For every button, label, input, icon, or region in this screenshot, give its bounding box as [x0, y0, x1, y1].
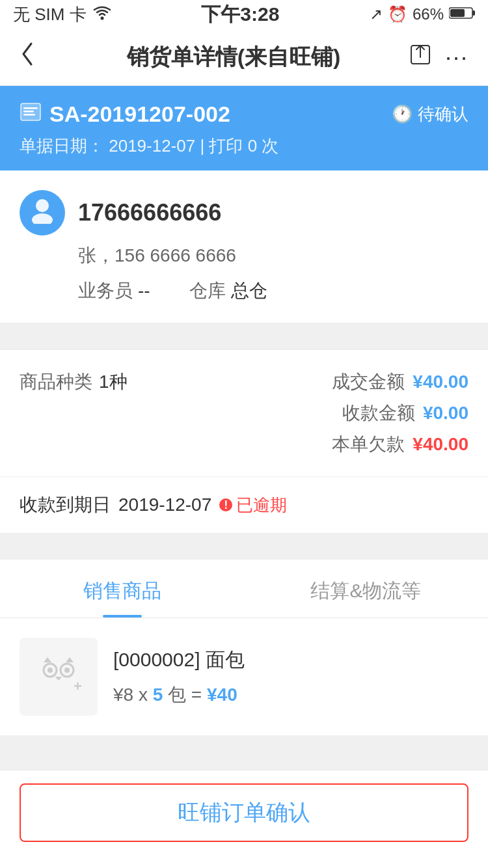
status-right: ↗ ⏰ 66% — [370, 5, 475, 23]
svg-rect-3 — [450, 9, 465, 17]
summary-card: 商品种类 1种 成交金额 ¥40.00 收款金额 ¥0.00 本单欠款 ¥40.… — [0, 349, 488, 477]
status-time: 下午3:28 — [201, 1, 279, 28]
due-date-card: 收款到期日 2019-12-07 ! 已逾期 — [0, 477, 488, 534]
order-status: 🕐 待确认 — [392, 103, 468, 126]
status-left: 无 SIM 卡 — [13, 3, 111, 26]
amount-label: 成交金额 — [332, 370, 405, 394]
salesperson-label: 业务员 — [78, 278, 133, 303]
alarm-icon: ⏰ — [388, 5, 407, 23]
received-label: 收款金额 — [342, 401, 415, 426]
salesperson-value: -- — [138, 280, 150, 301]
received-row: 收款金额 ¥0.00 — [342, 401, 468, 426]
svg-rect-8 — [23, 114, 35, 116]
total-highlight: ¥40 — [207, 685, 237, 705]
product-info: [0000002] 面包 ¥8 x 5 包 = ¥40 — [113, 647, 468, 707]
product-list: + [0000002] 面包 ¥8 x 5 包 = ¥40 — [0, 618, 488, 736]
svg-rect-7 — [23, 111, 34, 113]
page-title: 销货单详情(来自旺铺) — [59, 42, 409, 72]
avatar-icon — [28, 195, 57, 230]
svg-point-14 — [47, 668, 53, 673]
due-date-label: 收款到期日 — [20, 493, 111, 517]
tab-products-label: 销售商品 — [83, 580, 161, 601]
summary-right: 成交金额 ¥40.00 收款金额 ¥0.00 本单欠款 ¥40.00 — [332, 370, 468, 457]
summary-left: 商品种类 1种 — [20, 370, 128, 394]
back-button[interactable] — [20, 41, 59, 73]
overdue-badge: ! 已逾期 — [219, 494, 287, 517]
tab-products[interactable]: 销售商品 — [0, 560, 244, 617]
svg-text:+: + — [74, 678, 82, 694]
product-logo: + — [29, 644, 88, 709]
category-label: 商品种类 — [20, 370, 92, 394]
tabs: 销售商品 结算&物流等 — [0, 560, 488, 618]
product-item: + [0000002] 面包 ¥8 x 5 包 = ¥40 — [0, 618, 488, 736]
product-price: ¥8 x 5 包 = ¥40 — [113, 683, 468, 707]
order-id: SA-20191207-002 — [20, 102, 230, 127]
due-date-value: 2019-12-07 — [118, 495, 211, 515]
product-title: 面包 — [206, 649, 245, 670]
customer-card: 17666666666 张，156 6666 6666 业务员 -- 仓库 总仓 — [0, 170, 488, 323]
battery-text: 66% — [413, 5, 444, 23]
customer-meta: 业务员 -- 仓库 总仓 — [78, 278, 468, 303]
battery-icon — [449, 5, 475, 23]
category-value: 1种 — [99, 370, 128, 394]
debt-value: ¥40.00 — [413, 434, 468, 455]
svg-point-15 — [64, 668, 70, 673]
svg-point-9 — [36, 199, 49, 212]
customer-top: 17666666666 — [20, 190, 468, 236]
wifi-icon — [93, 5, 111, 25]
carrier-text: 无 SIM 卡 — [13, 3, 87, 26]
tab-settlement[interactable]: 结算&物流等 — [244, 560, 488, 617]
share-icon[interactable] — [409, 43, 432, 71]
debt-row: 本单欠款 ¥40.00 — [332, 432, 468, 457]
location-icon: ↗ — [370, 5, 383, 23]
customer-phone: 17666666666 — [78, 199, 221, 226]
svg-point-10 — [32, 213, 53, 224]
confirm-order-button[interactable]: 旺铺订单确认 — [20, 783, 468, 842]
product-image: + — [20, 638, 98, 716]
product-name: [0000002] 面包 — [113, 647, 468, 673]
product-code: [0000002] — [113, 649, 200, 670]
warehouse-value: 总仓 — [231, 278, 267, 303]
amount-row: 成交金额 ¥40.00 — [332, 370, 468, 394]
nav-actions: ··· — [409, 43, 468, 71]
more-icon[interactable]: ··· — [445, 44, 468, 71]
avatar — [20, 190, 65, 236]
svg-rect-2 — [472, 10, 475, 16]
warehouse-label: 仓库 — [189, 278, 226, 303]
quantity-highlight: 5 — [153, 685, 163, 705]
svg-point-0 — [100, 16, 103, 20]
tab-settlement-label: 结算&物流等 — [310, 580, 421, 601]
status-text: 待确认 — [418, 103, 468, 126]
overdue-text: 已逾期 — [236, 494, 287, 517]
order-icon — [20, 102, 42, 127]
svg-rect-6 — [23, 107, 38, 109]
status-bar: 无 SIM 卡 下午3:28 ↗ ⏰ 66% — [0, 0, 488, 29]
customer-name: 张，156 6666 6666 — [78, 243, 468, 268]
bottom-bar: 旺铺订单确认 — [0, 770, 488, 868]
order-date: 单据日期： 2019-12-07 | 打印 0 次 — [20, 135, 468, 157]
warehouse-meta: 仓库 总仓 — [189, 278, 267, 303]
amount-value: ¥40.00 — [413, 372, 468, 392]
separator-1 — [0, 323, 488, 336]
received-value: ¥0.00 — [423, 403, 468, 424]
debt-label: 本单欠款 — [332, 432, 405, 457]
nav-bar: 销货单详情(来自旺铺) ··· — [0, 29, 488, 86]
status-clock-icon: 🕐 — [392, 104, 413, 124]
salesperson-meta: 业务员 -- — [78, 278, 150, 303]
overdue-dot-icon: ! — [219, 498, 232, 511]
order-header: SA-20191207-002 🕐 待确认 单据日期： 2019-12-07 |… — [0, 86, 488, 170]
order-id-text: SA-20191207-002 — [49, 102, 230, 127]
separator-2 — [0, 534, 488, 547]
order-header-top: SA-20191207-002 🕐 待确认 — [20, 102, 468, 127]
